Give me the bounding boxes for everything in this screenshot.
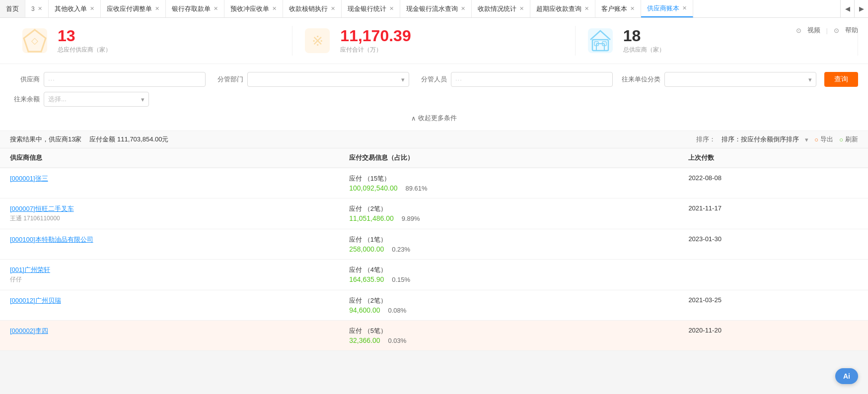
- tx-label-1: 应付 （2笔）: [349, 204, 688, 213]
- tx-amount-1[interactable]: 11,051,486.00: [349, 214, 394, 222]
- close-tab-supplier-account-icon[interactable]: ✕: [682, 5, 687, 11]
- stat-label-total-suppliers: 总供应商（家）: [623, 46, 665, 54]
- stat-card-suppliers: ◇ 13 总应付供应商（家）: [10, 26, 292, 56]
- filter-item-supplier: 供应商 ···: [10, 72, 206, 87]
- nav-tab-3[interactable]: 3 ✕: [25, 0, 49, 17]
- nav-tab-overdue-query[interactable]: 超期应收款查询 ✕: [530, 0, 595, 17]
- nav-tab-customer-account[interactable]: 客户账本 ✕: [595, 0, 641, 17]
- close-tab-customer-account-icon[interactable]: ✕: [630, 5, 635, 12]
- supplier-cell-0: [000001]张三: [10, 174, 349, 183]
- tx-label-2: 应付 （1笔）: [349, 235, 688, 244]
- tx-percent-5: 0.03%: [388, 337, 406, 344]
- table-row: [000001]张三 应付 （15笔） 100,092,540.00 89.61…: [0, 168, 868, 198]
- close-tab-receipt-exec-icon[interactable]: ✕: [331, 5, 335, 12]
- supplier-dots-icon: ···: [48, 76, 55, 83]
- nav-tab-supplier-account[interactable]: 供应商账本 ✕: [641, 0, 693, 17]
- close-tab-cash-bank-stat-icon[interactable]: ✕: [389, 5, 394, 12]
- close-tab-bank-deposit-icon[interactable]: ✕: [214, 5, 218, 12]
- close-tab-prepay-offset-icon[interactable]: ✕: [272, 5, 277, 12]
- nav-next-icon[interactable]: ▶: [854, 0, 868, 17]
- person-dots-icon: ···: [455, 76, 462, 83]
- rice-icon: ※: [302, 26, 332, 56]
- close-tab-ap-adjust-icon[interactable]: ✕: [155, 5, 159, 12]
- tx-percent-0: 89.61%: [406, 185, 428, 192]
- result-info-text1: 搜索结果中，供应商13家: [10, 135, 81, 144]
- stat-value-amount: 11,170.39: [340, 28, 411, 44]
- shop-icon: [585, 26, 615, 56]
- filter-row-2: 往来余额 选择... ▾: [10, 92, 149, 107]
- svg-rect-5: [588, 28, 613, 53]
- top-navigation: 首页 3 ✕ 其他收入单 ✕ 应收应付调整单 ✕ 银行存取款单 ✕ 预收冲应收单…: [0, 0, 868, 18]
- nav-tab-bank-deposit[interactable]: 银行存取款单 ✕: [166, 0, 224, 17]
- stat-info-amount: 11,170.39 应付合计（万）: [340, 28, 411, 54]
- stat-card-amount: ※ 11,170.39 应付合计（万）: [292, 26, 575, 56]
- result-actions: 排序： 排序：按应付余额倒序排序 ▾ ○ 导出 ○ 刷新: [696, 135, 858, 144]
- tx-amount-0[interactable]: 100,092,540.00: [349, 184, 397, 192]
- supplier-link-4[interactable]: [000012]广州贝瑞: [10, 297, 61, 304]
- video-link[interactable]: 视频: [807, 26, 820, 35]
- dept-filter-input[interactable]: ▾: [247, 72, 409, 87]
- stat-value-total-suppliers: 18: [623, 28, 665, 44]
- lastpay-date-1: 2021-11-17: [688, 204, 722, 212]
- close-tab-overdue-query-icon[interactable]: ✕: [584, 5, 589, 12]
- category-filter-label: 往来单位分类: [621, 75, 660, 84]
- supplier-filter-input[interactable]: ···: [44, 72, 206, 87]
- nav-tab-prepay-offset[interactable]: 预收冲应收单 ✕: [224, 0, 283, 17]
- nav-prev-icon[interactable]: ◀: [840, 0, 854, 17]
- tx-cell-5: 应付 （5笔） 32,366.00 0.03%: [349, 327, 688, 344]
- supplier-link-0[interactable]: [000001]张三: [10, 175, 48, 182]
- sort-order-select[interactable]: 排序：按应付余额倒序排序: [722, 135, 799, 144]
- balance-filter-label: 往来余额: [10, 95, 40, 104]
- tx-amount-3[interactable]: 164,635.90: [349, 275, 384, 283]
- supplier-link-5[interactable]: [000002]李四: [10, 327, 48, 334]
- stat-info-suppliers: 13 总应付供应商（家）: [58, 28, 111, 54]
- nav-tab-cash-bank-stat[interactable]: 现金银行统计 ✕: [342, 0, 400, 17]
- lastpay-cell-2: 2023-01-30: [688, 235, 858, 243]
- nav-tab-ap-adjust[interactable]: 应收应付调整单 ✕: [101, 0, 166, 17]
- filter-item-balance: 往来余额 选择... ▾: [10, 92, 149, 107]
- nav-tab-cash-bank-flow[interactable]: 现金银行流水查询 ✕: [400, 0, 472, 17]
- close-tab-cash-bank-flow-icon[interactable]: ✕: [461, 5, 465, 12]
- tx-amount-5[interactable]: 32,366.00: [349, 336, 380, 344]
- help-circle-icon: ⊙: [834, 27, 839, 34]
- diamond-icon: ◇: [20, 26, 50, 56]
- supplier-link-2[interactable]: [000100]本特勒油品有限公司: [10, 236, 93, 243]
- nav-tab-receipt-stat[interactable]: 收款情况统计 ✕: [472, 0, 530, 17]
- close-tab-receipt-stat-icon[interactable]: ✕: [519, 5, 524, 12]
- balance-filter-input[interactable]: 选择... ▾: [44, 92, 149, 107]
- stat-info-total-suppliers: 18 总供应商（家）: [623, 28, 665, 54]
- tx-amount-4[interactable]: 94,600.00: [349, 306, 380, 314]
- nav-tab-receipt-exec[interactable]: 收款核销执行 ✕: [283, 0, 342, 17]
- tx-amount-2[interactable]: 258,000.00: [349, 245, 384, 253]
- table: 供应商信息 应付交易信息（占比） 上次付数 [000001]张三 应付 （15笔…: [0, 148, 868, 351]
- lastpay-date-5: 2020-11-20: [688, 327, 722, 334]
- query-button[interactable]: 查询: [824, 72, 858, 87]
- close-tab-other-income-icon[interactable]: ✕: [90, 5, 94, 12]
- stat-label-amount: 应付合计（万）: [340, 46, 411, 54]
- supplier-sub-1: 王通 17106110000: [10, 214, 349, 223]
- supplier-link-3[interactable]: [001]广州荣轩: [10, 266, 50, 273]
- supplier-link-1[interactable]: [000007]恒旺二手叉车: [10, 205, 74, 212]
- person-filter-input[interactable]: ···: [451, 72, 613, 87]
- tx-percent-2: 0.23%: [392, 246, 410, 253]
- nav-tab-other-income[interactable]: 其他收入单 ✕: [49, 0, 101, 17]
- result-info: 搜索结果中，供应商13家 应付金额 111,703,854.00元: [10, 135, 168, 144]
- collapse-filter-button[interactable]: ∧ 收起更多条件: [10, 112, 858, 125]
- export-button[interactable]: ○ 导出: [814, 135, 833, 144]
- sort-label: 排序：: [696, 135, 716, 144]
- category-filter-input[interactable]: ▾: [664, 72, 816, 87]
- tx-cell-2: 应付 （1笔） 258,000.00 0.23%: [349, 235, 688, 253]
- filter-area: 供应商 ··· 分管部门 ▾ 分管人员 ··· 往来单位分类 ▾: [0, 64, 868, 131]
- nav-tab-home[interactable]: 首页: [0, 0, 25, 17]
- help-link[interactable]: 帮助: [845, 26, 858, 35]
- refresh-button[interactable]: ○ 刷新: [839, 135, 858, 144]
- refresh-circle-icon: ○: [839, 136, 843, 143]
- close-tab-3-icon[interactable]: ✕: [38, 5, 42, 12]
- result-info-text2: 应付金额 111,703,854.00元: [89, 135, 168, 144]
- tx-label-0: 应付 （15笔）: [349, 174, 688, 183]
- filter-item-category: 往来单位分类 ▾: [621, 72, 816, 87]
- tx-cell-3: 应付 （4笔） 164,635.90 0.15%: [349, 265, 688, 283]
- sort-dropdown-icon[interactable]: ▾: [805, 136, 808, 143]
- supplier-cell-3: [001]广州荣轩 仔仔: [10, 265, 349, 284]
- tx-percent-1: 9.89%: [402, 215, 420, 222]
